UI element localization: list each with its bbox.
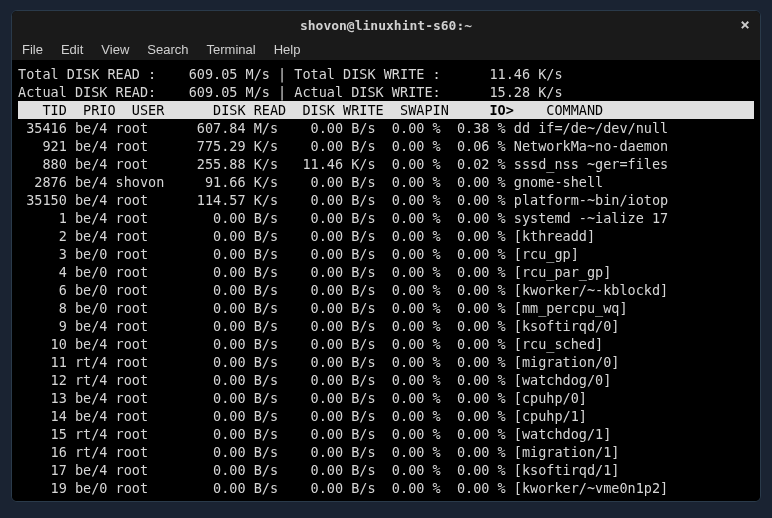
process-row: 8 be/0 root 0.00 B/s 0.00 B/s 0.00 % 0.0… <box>18 299 754 317</box>
process-row: 921 be/4 root 775.29 K/s 0.00 B/s 0.00 %… <box>18 137 754 155</box>
process-row: 16 rt/4 root 0.00 B/s 0.00 B/s 0.00 % 0.… <box>18 443 754 461</box>
close-icon[interactable]: × <box>740 17 750 33</box>
menu-help[interactable]: Help <box>274 42 301 57</box>
summary-total: Total DISK READ : 609.05 M/s | Total DIS… <box>18 65 754 83</box>
process-row: 2 be/4 root 0.00 B/s 0.00 B/s 0.00 % 0.0… <box>18 227 754 245</box>
terminal-window: shovon@linuxhint-s60:~ × File Edit View … <box>11 10 761 502</box>
process-row: 12 rt/4 root 0.00 B/s 0.00 B/s 0.00 % 0.… <box>18 371 754 389</box>
process-row: 14 be/4 root 0.00 B/s 0.00 B/s 0.00 % 0.… <box>18 407 754 425</box>
process-row: 17 be/4 root 0.00 B/s 0.00 B/s 0.00 % 0.… <box>18 461 754 479</box>
process-row: 35416 be/4 root 607.84 M/s 0.00 B/s 0.00… <box>18 119 754 137</box>
process-row: 13 be/4 root 0.00 B/s 0.00 B/s 0.00 % 0.… <box>18 389 754 407</box>
process-row: 3 be/0 root 0.00 B/s 0.00 B/s 0.00 % 0.0… <box>18 245 754 263</box>
menu-file[interactable]: File <box>22 42 43 57</box>
column-header[interactable]: TID PRIO USER DISK READ DISK WRITE SWAPI… <box>18 101 754 119</box>
process-row: 4 be/0 root 0.00 B/s 0.00 B/s 0.00 % 0.0… <box>18 263 754 281</box>
menu-terminal[interactable]: Terminal <box>207 42 256 57</box>
menu-view[interactable]: View <box>101 42 129 57</box>
process-row: 19 be/0 root 0.00 B/s 0.00 B/s 0.00 % 0.… <box>18 479 754 497</box>
summary-actual: Actual DISK READ: 609.05 M/s | Actual DI… <box>18 83 754 101</box>
menu-search[interactable]: Search <box>147 42 188 57</box>
process-row: 15 rt/4 root 0.00 B/s 0.00 B/s 0.00 % 0.… <box>18 425 754 443</box>
process-row: 35150 be/4 root 114.57 K/s 0.00 B/s 0.00… <box>18 191 754 209</box>
process-row: 11 rt/4 root 0.00 B/s 0.00 B/s 0.00 % 0.… <box>18 353 754 371</box>
titlebar[interactable]: shovon@linuxhint-s60:~ × <box>12 11 760 39</box>
process-row: 6 be/0 root 0.00 B/s 0.00 B/s 0.00 % 0.0… <box>18 281 754 299</box>
process-row: 2876 be/4 shovon 91.66 K/s 0.00 B/s 0.00… <box>18 173 754 191</box>
window-title: shovon@linuxhint-s60:~ <box>300 18 472 33</box>
menubar: File Edit View Search Terminal Help <box>12 39 760 61</box>
process-row: 9 be/4 root 0.00 B/s 0.00 B/s 0.00 % 0.0… <box>18 317 754 335</box>
terminal-output[interactable]: Total DISK READ : 609.05 M/s | Total DIS… <box>12 61 760 501</box>
process-row: 10 be/4 root 0.00 B/s 0.00 B/s 0.00 % 0.… <box>18 335 754 353</box>
menu-edit[interactable]: Edit <box>61 42 83 57</box>
process-row: 1 be/4 root 0.00 B/s 0.00 B/s 0.00 % 0.0… <box>18 209 754 227</box>
process-row: 880 be/4 root 255.88 K/s 11.46 K/s 0.00 … <box>18 155 754 173</box>
